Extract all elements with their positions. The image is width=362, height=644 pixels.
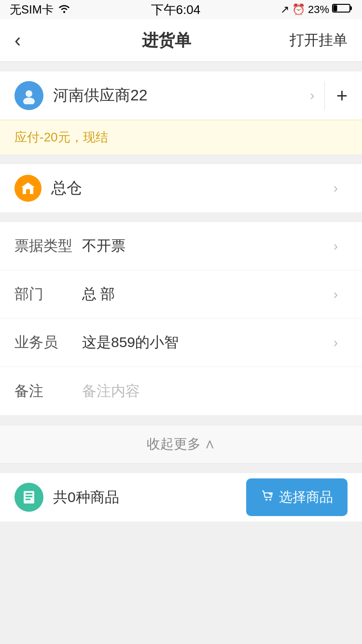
notice-text: 应付-20元，现结 [14, 130, 108, 144]
carrier-label: 无SIM卡 [10, 2, 54, 17]
product-section: 共0种商品 选择商品 [0, 473, 362, 521]
svg-point-13 [265, 499, 267, 501]
svg-marker-7 [21, 182, 35, 187]
nav-bar: ‹ 进货单 打开挂单 [0, 19, 362, 62]
supplier-avatar [14, 81, 43, 110]
section-gap-1 [0, 62, 362, 71]
svg-rect-2 [350, 6, 352, 10]
remarks-label: 备注 [14, 381, 77, 401]
svg-rect-11 [26, 496, 32, 497]
invoice-type-chevron-icon: › [334, 238, 338, 254]
battery-icon [332, 3, 352, 16]
form-section: 票据类型 不开票 › 部门 总 部 › 业务员 这是859的小智 › 备注 备注… [0, 222, 362, 415]
department-chevron-icon: › [334, 287, 338, 302]
salesperson-chevron-icon: › [334, 335, 338, 350]
warehouse-chevron-icon: › [334, 181, 338, 196]
page-title: 进货单 [142, 29, 191, 52]
svg-point-0 [63, 11, 65, 13]
status-left: 无SIM卡 [10, 2, 71, 17]
collapse-toggle[interactable]: 收起更多 ∧ [0, 425, 362, 463]
status-time: 下午6:04 [151, 1, 201, 18]
svg-point-5 [23, 98, 35, 104]
status-right: ↗ ⏰ 23% [280, 3, 352, 16]
invoice-type-row[interactable]: 票据类型 不开票 › [0, 222, 362, 270]
back-button[interactable]: ‹ [14, 29, 43, 51]
department-label: 部门 [14, 284, 77, 304]
wifi-icon [57, 3, 71, 16]
remarks-input[interactable]: 备注内容 [77, 381, 348, 401]
svg-rect-8 [26, 189, 30, 194]
salesperson-label: 业务员 [14, 333, 77, 352]
supplier-row[interactable]: 河南供应商22 › + [0, 71, 362, 120]
cart-icon [261, 489, 274, 506]
salesperson-row[interactable]: 业务员 这是859的小智 › [0, 319, 362, 367]
warehouse-icon [14, 175, 42, 202]
svg-rect-12 [26, 499, 30, 500]
bottom-area [0, 521, 362, 644]
notice-bar: 应付-20元，现结 [0, 120, 362, 154]
status-bar: 无SIM卡 下午6:04 ↗ ⏰ 23% [0, 0, 362, 19]
svg-rect-10 [26, 493, 32, 494]
chevron-right-icon: › [310, 88, 314, 103]
product-count: 共0种商品 [53, 488, 246, 507]
collapse-label: 收起更多 ∧ [147, 435, 216, 453]
warehouse-name: 总仓 [51, 178, 334, 199]
svg-point-4 [26, 90, 32, 97]
add-button[interactable]: + [324, 81, 348, 110]
invoice-type-label: 票据类型 [14, 236, 77, 256]
alarm-icon: ⏰ [292, 3, 305, 16]
select-product-button[interactable]: 选择商品 [246, 478, 348, 516]
open-pending-button[interactable]: 打开挂单 [290, 30, 348, 50]
svg-rect-3 [333, 5, 337, 12]
supplier-name: 河南供应商22 [53, 85, 310, 106]
department-value: 总 部 [77, 284, 334, 304]
warehouse-row[interactable]: 总仓 › [0, 164, 362, 212]
battery-label: 23% [308, 3, 329, 16]
department-row[interactable]: 部门 总 部 › [0, 270, 362, 319]
location-icon: ↗ [280, 3, 289, 16]
salesperson-value: 这是859的小智 [77, 333, 334, 352]
remarks-row[interactable]: 备注 备注内容 [0, 367, 362, 415]
product-icon [14, 483, 43, 512]
invoice-type-value: 不开票 [77, 236, 334, 256]
svg-point-14 [269, 499, 271, 501]
select-product-label: 选择商品 [279, 488, 333, 506]
